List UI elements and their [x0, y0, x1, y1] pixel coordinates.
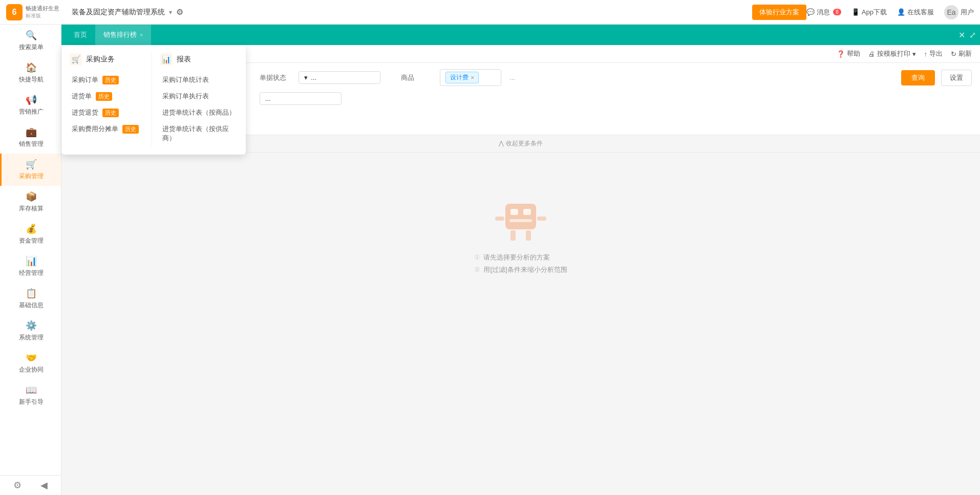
tab-sales-rank-label: 销售排行榜 — [103, 30, 137, 39]
notification-label: 消息 — [817, 8, 830, 17]
notification-btn[interactable]: 💬 消息 8 — [806, 8, 841, 17]
sidebar-item-search[interactable]: 🔍 搜索菜单 — [0, 25, 61, 57]
sidebar-settings-btn[interactable]: ⚙ — [13, 480, 22, 491]
svg-rect-6 — [510, 230, 516, 241]
menu-item-receipt-stats-goods[interactable]: 进货单统计表（按商品） — [160, 104, 238, 121]
export-icon: ↑ — [924, 50, 928, 58]
tab-home[interactable]: 首页 — [66, 25, 95, 45]
tab-sales-rank[interactable]: 销售排行榜 × — [95, 25, 151, 45]
sidebar-label-sales: 销售管理 — [19, 140, 44, 148]
sidebar-label-quicknav: 快捷导航 — [19, 75, 44, 84]
dropdown-report-header: 📊 报表 — [160, 53, 238, 66]
sidebar-item-system[interactable]: ⚙️ 系统管理 — [0, 315, 61, 347]
purchase-header-icon: 🛒 — [70, 53, 82, 66]
svg-rect-4 — [495, 217, 504, 221]
empty-state: ①请先选择要分析的方案 ②用[过滤]条件来缩小分析范围 — [61, 153, 980, 318]
sidebar-label-purchase: 采购管理 — [19, 172, 44, 181]
logo-area: 6 畅捷通好生意 标准版 — [6, 4, 68, 20]
industry-btn[interactable]: 体验行业方案 — [752, 5, 806, 20]
svg-rect-2 — [523, 209, 531, 215]
refresh-btn[interactable]: ↻ 刷新 — [951, 49, 972, 58]
history-badge-2: 历史 — [96, 92, 112, 101]
purchase-icon: 🛒 — [26, 159, 37, 170]
capital-icon: 💰 — [26, 223, 37, 234]
enterprise-icon: 🤝 — [26, 352, 37, 363]
menu-item-purchase-order[interactable]: 采购订单 历史 — [70, 72, 147, 88]
svg-rect-0 — [505, 204, 536, 229]
sidebar-label-search: 搜索菜单 — [19, 43, 44, 52]
tab-close-icon[interactable]: × — [140, 32, 143, 38]
export-btn[interactable]: ↑ 导出 — [924, 49, 943, 58]
sidebar-item-baseinfo[interactable]: 📋 基础信息 — [0, 283, 61, 315]
purchase-dropdown-menu: 🛒 采购业务 采购订单 历史 进货单 历史 进货退货 历史 采购费用分摊单 历史… — [61, 45, 246, 155]
sidebar-label-operation: 经营管理 — [19, 269, 44, 277]
collapse-arrow-icon: ⋀ — [499, 140, 504, 147]
sidebar-label-enterprise: 企业协同 — [19, 365, 44, 374]
guide-icon: 📖 — [26, 384, 37, 396]
sys-title-area: 装备及固定资产辅助管理系统 ▾ ⚙ — [72, 7, 752, 17]
tab-home-label: 首页 — [74, 30, 87, 39]
logo-icon: 6 — [6, 4, 23, 20]
salesperson-input[interactable]: ... — [260, 92, 342, 105]
sidebar-item-inventory[interactable]: 📦 库存核算 — [0, 186, 61, 218]
help-btn[interactable]: ❓ 帮助 — [837, 49, 860, 58]
sidebar-item-guide[interactable]: 📖 新手引导 — [0, 379, 61, 412]
sidebar-label-marketing: 营销推广 — [19, 107, 44, 116]
sidebar-item-enterprise[interactable]: 🤝 企业协同 — [0, 347, 61, 379]
sidebar-collapse-btn[interactable]: ◀ — [40, 480, 48, 491]
sidebar-item-purchase[interactable]: 🛒 采购管理 — [0, 154, 61, 186]
service-icon: 👤 — [897, 8, 905, 16]
dropdown-col-purchase: 🛒 采购业务 采购订单 历史 进货单 历史 进货退货 历史 采购费用分摊单 历史 — [70, 53, 147, 146]
tab-maximize-icon[interactable]: ⤢ — [969, 30, 976, 40]
sidebar-item-quicknav[interactable]: 🏠 快捷导航 — [0, 57, 61, 89]
tab-close-window-icon[interactable]: ✕ — [958, 30, 965, 40]
menu-item-purchase-expense[interactable]: 采购费用分摊单 历史 — [70, 121, 147, 137]
tab-bar-right: ✕ ⤢ — [958, 30, 976, 40]
goods-tag: 设计费 × — [445, 72, 479, 83]
system-icon: ⚙️ — [26, 320, 37, 331]
sidebar-label-baseinfo: 基础信息 — [19, 301, 44, 310]
menu-item-goods-receipt[interactable]: 进货单 历史 — [70, 88, 147, 104]
user-area[interactable]: Ea 用户 — [944, 5, 974, 19]
menu-item-receipt-stats-supplier[interactable]: 进货单统计表（按供应商） — [160, 121, 238, 146]
doc-status-chevron: ▾ — [304, 74, 308, 81]
menu-item-order-exec[interactable]: 采购订单执行表 — [160, 88, 238, 104]
empty-hint-1: ①请先选择要分析的方案 ②用[过滤]条件来缩小分析范围 — [474, 253, 567, 277]
menu-item-goods-return[interactable]: 进货退货 历史 — [70, 104, 147, 121]
sys-dropdown-icon[interactable]: ▾ — [169, 9, 172, 16]
query-btn[interactable]: 查询 — [901, 70, 935, 85]
sys-name: 装备及固定资产辅助管理系统 — [72, 8, 165, 17]
goods-input[interactable]: 设计费 × — [440, 69, 501, 86]
print-dropdown-icon: ▾ — [912, 50, 916, 58]
app-download-btn[interactable]: 📱 App下载 — [851, 8, 887, 17]
sidebar-item-operation[interactable]: 📊 经营管理 — [0, 250, 61, 283]
sidebar-bottom: ⚙ ◀ — [0, 475, 61, 495]
marketing-icon: 📢 — [26, 94, 37, 105]
history-badge-1: 历史 — [102, 76, 119, 84]
online-service-btn[interactable]: 👤 在线客服 — [897, 8, 934, 17]
settings-icon[interactable]: ⚙ — [176, 7, 183, 17]
sidebar-label-capital: 资金管理 — [19, 236, 44, 245]
sidebar-item-sales[interactable]: 💼 销售管理 — [0, 121, 61, 154]
goods-label: 商品 — [401, 73, 432, 82]
menu-item-order-stats[interactable]: 采购订单统计表 — [160, 72, 238, 88]
inventory-icon: 📦 — [26, 191, 37, 202]
template-print-btn[interactable]: 🖨 按模板打印 ▾ — [868, 49, 916, 58]
sidebar: 🔍 搜索菜单 🏠 快捷导航 📢 营销推广 💼 销售管理 🛒 采购管理 📦 库存核… — [0, 25, 61, 495]
sidebar-item-marketing[interactable]: 📢 营销推广 — [0, 89, 61, 121]
dropdown-col-report: 📊 报表 采购订单统计表 采购订单执行表 进货单统计表（按商品） 进货单统计表（… — [152, 53, 238, 146]
settings-btn[interactable]: 设置 — [941, 70, 972, 86]
sidebar-label-inventory: 库存核算 — [19, 204, 44, 213]
sidebar-item-capital[interactable]: 💰 资金管理 — [0, 218, 61, 250]
report-header-icon: 📊 — [160, 53, 173, 66]
message-icon: 💬 — [806, 8, 815, 16]
goods-more-dots[interactable]: ... — [509, 74, 515, 81]
doc-status-select[interactable]: ▾ ... — [299, 71, 380, 84]
sidebar-label-guide: 新手引导 — [19, 398, 44, 406]
print-icon: 🖨 — [868, 50, 875, 58]
logo-text: 畅捷通好生意 标准版 — [26, 5, 59, 19]
refresh-icon: ↻ — [951, 50, 956, 58]
history-badge-4: 历史 — [122, 125, 139, 134]
notification-count: 8 — [833, 9, 841, 15]
goods-tag-close[interactable]: × — [471, 74, 474, 81]
